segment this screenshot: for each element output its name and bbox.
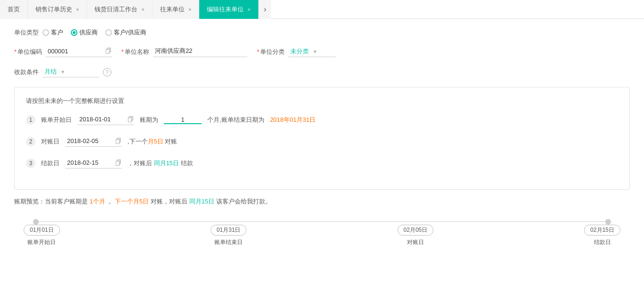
step-3-date-input[interactable] [65,158,112,167]
unit-name-label: *单位名称 [121,48,149,56]
timeline-items: 01月01日 账单开始日 01月31日 账单结束日 02月05日 对账日 02月… [24,217,620,246]
unit-category-select[interactable]: 未分类 ▼ [288,46,336,57]
unit-type-label: 单位类型 [14,28,39,37]
radio-both-label: 客户/供应商 [114,28,146,37]
unit-type-radio-group: 客户 供应商 客户/供应商 [42,28,146,37]
tab-sales-history-label: 销售订单历史 [35,5,72,14]
unit-category-item: *单位分类 未分类 ▼ [257,46,336,57]
timeline-label-3: 结款日 [594,238,611,246]
payment-terms-value: 月结 [44,68,57,76]
unit-code-label: *单位编码 [14,48,42,56]
step-3-num: 3 [26,159,35,168]
tab-cashflow-close[interactable]: × [141,7,144,12]
preview-part1: 1个月 [90,198,105,205]
tab-edit-partner-label: 编辑往来单位 [207,5,244,14]
tab-cashflow[interactable]: 钱货日清工作台 × [87,0,152,19]
step-2-label: 对账日 [41,137,59,146]
tab-edit-partner[interactable]: 编辑往来单位 × [199,0,258,19]
step-1-num: 1 [26,115,35,125]
unit-name-input-wrapper [153,47,247,57]
page-content: 单位类型 客户 供应商 客户/供应商 *单位编码 [0,19,644,287]
step-1-date-wrapper: 🗍 [77,115,134,125]
timeline-tag-1: 01月31日 [211,225,247,236]
step-2-date-input[interactable] [65,136,112,145]
step-3-calendar-icon[interactable]: 🗍 [115,159,122,167]
preview-middle: ， [107,198,113,205]
timeline-item-2: 02月05日 对账日 [398,217,434,246]
payment-terms-row: 收款条件 月结 ▼ ? [14,67,630,77]
tab-sales-history[interactable]: 销售订单历史 × [28,0,87,19]
unit-name-star: * [121,48,124,55]
radio-supplier-label: 供应商 [79,28,98,37]
timeline-label-0: 账单开始日 [27,238,56,246]
tabs-bar: 首页 销售订单历史 × 钱货日清工作台 × 往来单位 × 编辑往来单位 × › [0,0,644,19]
unit-category-chevron: ▼ [313,49,317,54]
timeline-container: 01月01日 账单开始日 01月31日 账单结束日 02月05日 对账日 02月… [14,217,630,246]
step-3-date-wrapper: 🗍 [65,158,122,169]
unit-category-value: 未分类 [290,47,309,56]
unit-code-item: *单位编码 🗍 [14,47,112,57]
step-2-date-wrapper: 🗍 [65,136,122,147]
timeline-label-1: 账单结束日 [214,238,243,246]
unit-category-label: *单位分类 [257,48,285,56]
radio-supplier[interactable]: 供应商 [71,28,98,37]
timeline-spacer-2 [413,217,418,222]
unit-name-item: *单位名称 [121,47,247,57]
payment-terms-item: 收款条件 月结 ▼ ? [14,67,111,77]
preview-prefix: 账期预览：当前客户账期是 [14,198,88,205]
preview-suffix: 该客户会给我打款。 [216,198,271,205]
timeline-item-0: 01月01日 账单开始日 [24,217,60,246]
tab-scroll-right[interactable]: › [259,0,271,19]
step-2-desc: ,下一个月5日 对账 [127,137,177,146]
preview-section: 账期预览：当前客户账期是 1个月 ， 下一个月5日 对账，对账后 同月15日 该… [14,197,630,206]
unit-code-input[interactable] [46,47,102,56]
step-1-month-suffix: 个月,账单结束日期为 [207,116,264,124]
payment-terms-select[interactable]: 月结 ▼ [42,67,99,77]
timeline-spacer-1 [226,217,231,222]
unit-code-star: * [14,48,17,55]
payment-terms-label: 收款条件 [14,68,39,76]
preview-part3: 同月15日 [189,198,214,205]
tab-sales-history-close[interactable]: × [76,7,79,12]
radio-both-circle [105,29,112,36]
period-box-title: 请按照未来的一个完整帐期进行设置 [26,97,618,105]
radio-customer-circle [42,29,49,36]
step-3-desc: ，对账后 同月15日 结款 [127,159,193,168]
timeline-tag-0: 01月01日 [24,225,60,236]
step-2-calendar-icon[interactable]: 🗍 [115,137,122,145]
period-row-3: 3 结款日 🗍 ，对账后 同月15日 结款 [26,158,618,169]
payment-terms-chevron: ▼ [60,69,65,75]
tab-partner[interactable]: 往来单位 × [153,0,199,19]
step-1-date-input[interactable] [77,115,125,124]
radio-both[interactable]: 客户/供应商 [105,28,146,37]
period-row-1: 1 账单开始日 🗍 账期为 个月,账单结束日期为 2018年01月31日 [26,115,618,125]
timeline-item-3: 02月15日 结款日 [584,217,620,246]
step-2-num: 2 [26,137,35,146]
radio-customer-label: 客户 [51,28,63,37]
step-1-label: 账单开始日 [41,116,72,124]
tab-partner-close[interactable]: × [188,7,191,12]
period-box: 请按照未来的一个完整帐期进行设置 1 账单开始日 🗍 账期为 个月,账单结束日期… [14,87,630,190]
radio-customer[interactable]: 客户 [42,28,63,37]
help-icon[interactable]: ? [103,68,111,76]
step-1-months-input[interactable] [164,116,202,124]
tab-home[interactable]: 首页 [0,0,28,19]
unit-name-input[interactable] [153,47,247,56]
tab-cashflow-label: 钱货日清工作台 [94,5,137,14]
tab-edit-partner-close[interactable]: × [247,7,250,12]
timeline-item-1: 01月31日 账单结束日 [211,217,247,246]
radio-supplier-circle [71,29,77,36]
unit-code-input-wrapper: 🗍 [46,47,112,57]
preview-middle2: 对账，对账后 [151,198,187,205]
timeline-label-2: 对账日 [407,238,424,246]
unit-category-star: * [257,48,259,55]
step-1-period-label: 账期为 [140,116,158,124]
step-1-calendar-icon[interactable]: 🗍 [127,116,134,123]
unit-code-icon[interactable]: 🗍 [105,47,112,55]
tab-partner-label: 往来单位 [160,5,185,14]
timeline-spacer-0 [39,217,44,222]
timeline-tag-2: 02月05日 [398,225,434,236]
timeline-tag-3: 02月15日 [584,225,620,236]
unit-type-row: 单位类型 客户 供应商 客户/供应商 [14,28,630,37]
step-3-label: 结款日 [41,159,59,168]
